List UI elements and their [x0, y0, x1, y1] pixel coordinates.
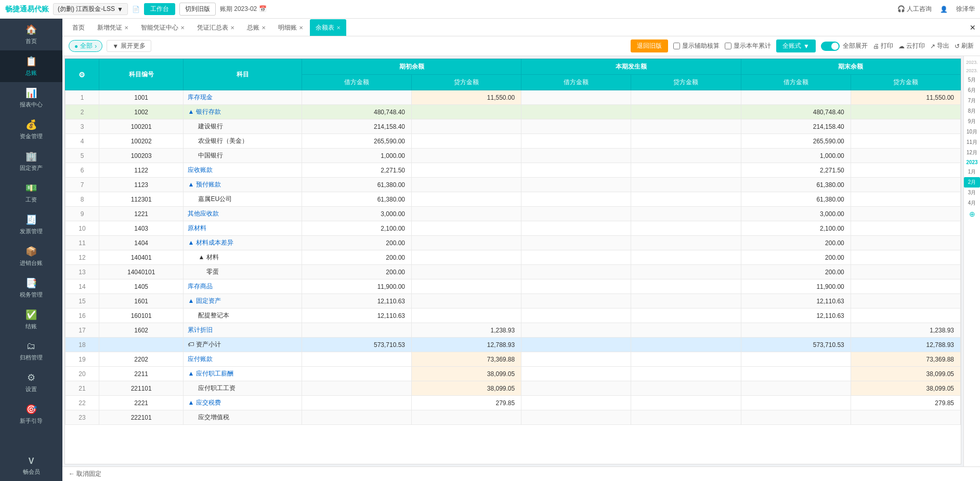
toggle-control[interactable]: [821, 42, 840, 51]
table-row-subject[interactable]: ▲ 固定资产: [184, 294, 302, 309]
doc-icon[interactable]: 📄: [132, 6, 140, 13]
timeline-month-9[interactable]: 9月: [964, 116, 980, 127]
sidebar-item-sales[interactable]: 📦 进销台账: [0, 240, 62, 272]
cloud-print-button[interactable]: ☁ 云打印: [898, 42, 925, 50]
consult-btn[interactable]: 🎧 人工咨询: [897, 5, 932, 14]
table-row-amount: [521, 367, 631, 381]
table-row-subject[interactable]: 应收账款: [184, 163, 302, 178]
close-all-icon[interactable]: ✕: [970, 23, 976, 32]
sidebar-item-archive[interactable]: 🗂 归档管理: [0, 336, 62, 367]
year-checkbox[interactable]: [725, 43, 731, 49]
table-row-subject[interactable]: ▲ 应付职工薪酬: [184, 367, 302, 381]
timeline-year-2023-top2[interactable]: 2023.: [964, 66, 980, 75]
table-row-subject[interactable]: 应交增值税: [184, 410, 302, 425]
sidebar-item-salary[interactable]: 💵 工资: [0, 177, 62, 209]
aux-checkbox[interactable]: [673, 43, 680, 49]
sidebar-item-vip[interactable]: V 畅会员: [0, 451, 62, 481]
table-row-subject[interactable]: 配提整记本: [184, 309, 302, 323]
tab-voucher-summary-close[interactable]: ✕: [230, 25, 234, 31]
sidebar-item-funds[interactable]: 💰 资金管理: [0, 114, 62, 145]
sidebar-item-tax[interactable]: 📑 税务管理: [0, 272, 62, 304]
unpin-button[interactable]: ← 取消固定: [69, 470, 101, 478]
print-button[interactable]: 🖨 打印: [873, 42, 893, 50]
tab-new-voucher-close[interactable]: ✕: [124, 25, 128, 31]
tab-home[interactable]: 首页: [67, 19, 90, 36]
table-row-amount: [412, 134, 521, 149]
tab-detail-ledger[interactable]: 明细账 ✕: [272, 19, 309, 36]
tab-smart-voucher-close[interactable]: ✕: [180, 25, 185, 31]
timeline-month-2[interactable]: 2月: [964, 177, 980, 188]
sidebar-item-home[interactable]: 🏠 首页: [0, 19, 62, 50]
tab-smart-voucher[interactable]: 智能凭证中心 ✕: [135, 19, 190, 36]
timeline-month-11[interactable]: 11月: [964, 137, 980, 148]
timeline-month-4[interactable]: 4月: [964, 198, 980, 208]
table-row-subject[interactable]: 原材料: [184, 221, 302, 236]
export-label: 导出: [937, 42, 949, 50]
timeline-month-1[interactable]: 1月: [964, 167, 980, 177]
timeline-year-2023-top[interactable]: 2023.: [964, 58, 980, 66]
table-row-amount: [851, 236, 960, 250]
refresh-button[interactable]: ↺ 刷新: [955, 42, 974, 50]
timeline-month-6[interactable]: 6月: [964, 85, 980, 96]
tab-detail-ledger-close[interactable]: ✕: [299, 25, 303, 31]
timeline-month-7[interactable]: 7月: [964, 96, 980, 106]
refresh-label: 刷新: [961, 42, 974, 50]
tab-balance-close[interactable]: ✕: [336, 25, 341, 31]
timeline-month-3[interactable]: 3月: [964, 188, 980, 198]
sidebar-item-assets[interactable]: 🏢 固定资产: [0, 145, 62, 177]
settings-gear-icon[interactable]: ⚙: [79, 71, 85, 79]
sidebar-item-reports[interactable]: 📊 报表中心: [0, 82, 62, 114]
timeline-expand-icon[interactable]: ⊕: [964, 208, 980, 220]
company-name: (勿删) 江西股金-LSS: [58, 5, 115, 14]
table-row-subject[interactable]: 🏷 资产小计: [184, 338, 302, 352]
table-row-code: 112301: [99, 192, 183, 207]
table-row-subject[interactable]: 累计折旧: [184, 323, 302, 338]
all-button[interactable]: ● 全部 ›: [69, 40, 102, 52]
return-button[interactable]: 退回旧版: [631, 39, 668, 52]
print-label: 打印: [881, 42, 893, 50]
table-row-amount: [521, 134, 631, 149]
sidebar-item-settings[interactable]: ⚙ 设置: [0, 367, 62, 398]
work-button[interactable]: 工作台: [144, 3, 175, 15]
table-row-subject[interactable]: 嘉属EU公司: [184, 192, 302, 207]
timeline-month-10[interactable]: 10月: [964, 127, 980, 137]
timeline-month-5[interactable]: 5月: [964, 75, 980, 85]
timeline-month-8[interactable]: 8月: [964, 106, 980, 116]
tab-general-ledger-close[interactable]: ✕: [262, 25, 266, 31]
sidebar-item-invoice[interactable]: 🧾 发票管理: [0, 209, 62, 240]
table-row-subject[interactable]: 库存商品: [184, 279, 302, 294]
tab-general-ledger[interactable]: 总账 ✕: [241, 19, 271, 36]
table-row-code: 14040101: [99, 265, 183, 279]
sidebar-item-guide[interactable]: 🎯 新手引导: [0, 398, 62, 430]
table-row-subject[interactable]: ▲ 材料成本差异: [184, 236, 302, 250]
table-row-subject[interactable]: 中国银行: [184, 149, 302, 163]
tab-balance[interactable]: 余额表 ✕: [310, 19, 346, 36]
table-container[interactable]: ⚙ 科目编号 科目 期初余额 本期发生额 期末余额 借方金额 贷方金额 借方金额: [64, 58, 961, 464]
table-row-subject[interactable]: ▲ 材料: [184, 250, 302, 265]
table-row-subject[interactable]: 建设银行: [184, 119, 302, 134]
user-avatar[interactable]: 👤: [940, 6, 948, 13]
switch-button[interactable]: 切到旧版: [179, 3, 216, 16]
export-button[interactable]: ↗ 导出: [930, 42, 949, 50]
expand-button[interactable]: ▼ 展开更多: [107, 40, 151, 52]
sidebar-item-close[interactable]: ✅ 结账: [0, 304, 62, 336]
table-row-subject[interactable]: 库存现金: [184, 90, 302, 105]
tab-voucher-summary[interactable]: 凭证汇总表 ✕: [191, 19, 240, 36]
table-row-amount: [631, 294, 741, 309]
timeline-year-2023[interactable]: 2023: [964, 158, 980, 167]
table-row-subject[interactable]: 其他应收款: [184, 207, 302, 221]
table-row-subject[interactable]: 零蛋: [184, 265, 302, 279]
table-row-subject[interactable]: ▲ 应交税费: [184, 396, 302, 410]
timeline-month-12[interactable]: 12月: [964, 148, 980, 158]
settings-icon: ⚙: [27, 372, 35, 383]
table-row-subject[interactable]: 农业银行（美金）: [184, 134, 302, 149]
format-button[interactable]: 全账式 ▼: [776, 39, 816, 52]
company-selector[interactable]: (勿删) 江西股金-LSS ▼: [53, 3, 128, 15]
table-row-subject[interactable]: ▲ 银行存款: [184, 105, 302, 119]
table-row-subject[interactable]: 应付账款: [184, 352, 302, 367]
table-row-subject[interactable]: ▲ 预付账款: [184, 178, 302, 192]
table-row-subject[interactable]: 应付职工工资: [184, 381, 302, 396]
tab-new-voucher[interactable]: 新增凭证 ✕: [92, 19, 134, 36]
sidebar-item-ledger[interactable]: 📋 总账: [0, 50, 62, 82]
table-row-amount: [631, 396, 741, 410]
